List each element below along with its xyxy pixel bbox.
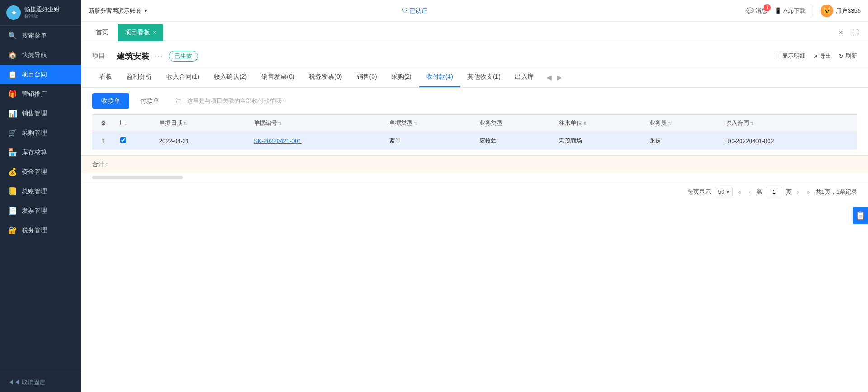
project-icon: 📋 <box>8 70 17 79</box>
project-status-badge: 已生效 <box>169 51 198 62</box>
row-number: SK-20220421-001 <box>248 132 384 150</box>
unpin-button[interactable]: ◀◀ 取消固定 <box>0 373 81 392</box>
tax-icon: 🔐 <box>8 226 17 234</box>
window-buttons: ✕ ⛶ <box>835 27 861 38</box>
refresh-button[interactable]: ↻ 刷新 <box>839 52 857 60</box>
main-content: 新服务官网演示账套 ▾ 🛡 已认证 💬 消息 1 📱 App下载 🐱 用户335… <box>81 0 868 392</box>
window-close-button[interactable]: ✕ <box>835 27 846 38</box>
pagination-last-button[interactable]: » <box>805 187 812 196</box>
checkbox-box[interactable] <box>774 53 780 59</box>
pagination-page-input[interactable] <box>766 187 782 196</box>
sidebar-item-sales-mgmt[interactable]: 📊 销售管理 <box>0 104 81 123</box>
sort-contract-icon[interactable]: ⇅ <box>750 121 754 126</box>
table-header-income-contract: 收入合同⇅ <box>720 115 857 132</box>
sub-tab-tax-invoice[interactable]: 税务发票(0) <box>302 67 349 87</box>
table-settings-icon[interactable]: ⚙ <box>92 115 115 132</box>
window-expand-button[interactable]: ⛶ <box>850 27 861 38</box>
tab-home[interactable]: 首页 <box>89 24 116 41</box>
table-header-doc-type: 单据类型⇅ <box>384 115 474 132</box>
account-name: 新服务官网演示账套 <box>89 7 142 15</box>
pagination-next-button[interactable]: › <box>795 187 801 196</box>
export-icon: ↗ <box>813 53 818 60</box>
certified-badge: 🛡 已认证 <box>402 7 427 15</box>
sub-tab-nav: ◀ ▶ <box>545 72 564 83</box>
topbar: 新服务官网演示账套 ▾ 🛡 已认证 💬 消息 1 📱 App下载 🐱 用户335… <box>81 0 868 22</box>
sidebar-item-quick-nav[interactable]: 🏠 快捷导航 <box>0 45 81 65</box>
sidebar-item-inventory[interactable]: 🏪 库存核算 <box>0 143 81 162</box>
sub-tab-next-icon[interactable]: ▶ <box>555 72 564 83</box>
sidebar-item-invoice-mgmt[interactable]: 🧾 发票管理 <box>0 201 81 220</box>
inner-tab-payment[interactable]: 付款单 <box>131 93 168 109</box>
sub-tab-purchase[interactable]: 采购(2) <box>384 67 419 87</box>
inner-tab-receipt[interactable]: 收款单 <box>92 93 129 109</box>
more-icon[interactable]: ··· <box>155 52 163 60</box>
sidebar-item-fund-mgmt[interactable]: 💰 资金管理 <box>0 162 81 182</box>
sub-tab-income-contract[interactable]: 收入合同(1) <box>159 67 207 87</box>
sidebar-item-project-contract[interactable]: 📋 项目合同 <box>0 65 81 84</box>
message-icon: 💬 <box>746 7 754 14</box>
user-menu[interactable]: 🐱 用户3355 <box>821 5 861 17</box>
sub-tab-profit[interactable]: 盈利分析 <box>119 67 159 87</box>
sort-doctype-icon[interactable]: ⇅ <box>414 121 417 126</box>
horizontal-scrollbar[interactable] <box>92 176 183 179</box>
show-detail-checkbox[interactable]: 显示明细 <box>774 52 806 60</box>
sub-tab-sales-invoice[interactable]: 销售发票(0) <box>254 67 302 87</box>
inner-tabs: 收款单 付款单 注：这里是与项目关联的全部收付款单哦～ <box>81 88 868 109</box>
page-content: 项目： 建筑安装 ··· 已生效 显示明细 ↗ 导出 ↻ 刷新 <box>81 43 868 392</box>
pagination-prev-button[interactable]: ‹ <box>747 187 753 196</box>
export-button[interactable]: ↗ 导出 <box>813 52 831 60</box>
sort-salesman-icon[interactable]: ⇅ <box>668 121 671 126</box>
message-button[interactable]: 💬 消息 1 <box>746 7 767 15</box>
sub-tab-kanban[interactable]: 看板 <box>92 67 119 87</box>
app-logo-text: 畅捷通好业财 标准版 <box>24 6 60 20</box>
row-checkbox <box>115 132 154 150</box>
project-header: 项目： 建筑安装 ··· 已生效 显示明细 ↗ 导出 ↻ 刷新 <box>81 43 868 67</box>
ledger-icon: 📒 <box>8 187 17 196</box>
select-all-checkbox[interactable] <box>120 120 126 125</box>
app-download-button[interactable]: 📱 App下载 <box>774 7 806 15</box>
sub-tab-prev-icon[interactable]: ◀ <box>545 72 553 83</box>
project-label: 项目： <box>92 52 111 60</box>
float-panel-button[interactable]: 📋 <box>853 207 868 224</box>
sidebar: ✦ 畅捷通好业财 标准版 🔍 搜索菜单 🏠 快捷导航 📋 项目合同 🎁 营销推广… <box>0 0 81 392</box>
app-logo-icon: ✦ <box>6 5 21 20</box>
table-header-salesman: 业务员⇅ <box>644 115 720 132</box>
project-name: 建筑安装 <box>117 51 149 62</box>
sub-tabs: 看板 盈利分析 收入合同(1) 收入确认(2) 销售发票(0) 税务发票(0) … <box>81 67 868 88</box>
row-biz-type: 应收款 <box>474 132 553 150</box>
sidebar-logo: ✦ 畅捷通好业财 标准版 <box>0 0 81 26</box>
sidebar-item-purchase-mgmt[interactable]: 🛒 采购管理 <box>0 123 81 143</box>
sub-tab-other-income[interactable]: 其他收支(1) <box>460 67 508 87</box>
sub-tab-in-out[interactable]: 出入库 <box>508 67 541 87</box>
tab-close-icon[interactable]: × <box>153 29 156 36</box>
table-header-number: 单据编号⇅ <box>248 115 384 132</box>
search-icon: 🔍 <box>8 31 17 40</box>
user-avatar: 🐱 <box>821 5 833 17</box>
sidebar-item-marketing[interactable]: 🎁 营销推广 <box>0 84 81 104</box>
per-page-select[interactable]: 50 ▾ <box>715 187 732 196</box>
row-partner: 宏茂商场 <box>553 132 643 150</box>
row-income-contract: RC-20220401-002 <box>720 132 857 150</box>
pagination-first-button[interactable]: « <box>736 187 744 196</box>
row-select-checkbox[interactable] <box>120 137 126 143</box>
pagination-total: 共1页，1条记录 <box>816 188 857 196</box>
scrollbar-wrap <box>81 173 868 182</box>
pagination-bar: 每页显示 50 ▾ « ‹ 第 页 › » 共1页，1条记录 <box>81 182 868 201</box>
sidebar-item-tax-mgmt[interactable]: 🔐 税务管理 <box>0 220 81 240</box>
table-header-biz-type: 业务类型 <box>474 115 553 132</box>
sub-tab-income-confirm[interactable]: 收入确认(2) <box>207 67 254 87</box>
gift-icon: 🎁 <box>8 90 17 98</box>
sidebar-item-search[interactable]: 🔍 搜索菜单 <box>0 26 81 45</box>
sort-number-icon[interactable]: ⇅ <box>278 121 282 126</box>
sort-date-icon[interactable]: ⇅ <box>184 121 187 126</box>
row-number-link[interactable]: SK-20220421-001 <box>254 138 302 144</box>
row-index: 1 <box>92 132 115 150</box>
account-selector[interactable]: 新服务官网演示账套 ▾ <box>89 7 396 15</box>
tab-project-board[interactable]: 项目看板 × <box>118 24 163 41</box>
inner-tab-note: 注：这里是与项目关联的全部收付款单哦～ <box>170 97 287 105</box>
sidebar-item-general-ledger[interactable]: 📒 总账管理 <box>0 182 81 201</box>
row-doc-type: 蓝单 <box>384 132 474 150</box>
sub-tab-sales[interactable]: 销售(0) <box>349 67 384 87</box>
sort-partner-icon[interactable]: ⇅ <box>583 121 587 126</box>
sub-tab-receipt[interactable]: 收付款(4) <box>419 67 460 87</box>
